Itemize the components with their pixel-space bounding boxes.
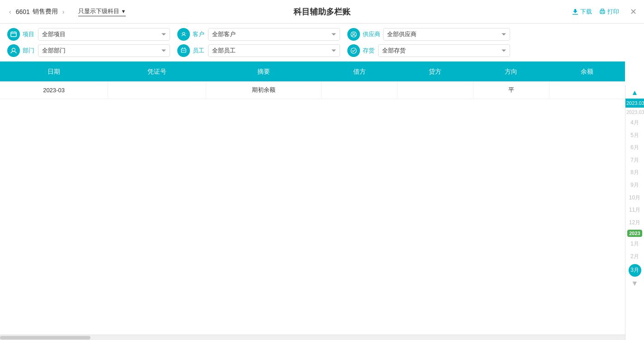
sidebar-up-arrow[interactable]: ▲ [630, 87, 640, 99]
sidebar-item-2023-03-selected[interactable]: 2023.03 [625, 99, 644, 108]
customer-icon [177, 28, 190, 41]
inventory-label: 存货 [363, 47, 375, 55]
sidebar-item-2023-03[interactable]: 2023.03 [625, 108, 644, 117]
supplier-icon [347, 28, 360, 41]
sidebar-down-arrow[interactable]: ▼ [630, 278, 640, 289]
col-balance: 余额 [549, 62, 625, 81]
filter-supplier: 供应商 全部供应商 [347, 28, 510, 41]
sidebar-item-month-2[interactable]: 2月 [625, 250, 644, 263]
table-row: 2023-03 期初余额 平 [0, 81, 625, 99]
supplier-select[interactable]: 全部供应商 [383, 28, 510, 41]
filter-row-1: 项目 全部项目 客户 全部客户 供应商 全部供 [7, 28, 637, 41]
svg-point-11 [12, 48, 15, 52]
filter-project: 项目 全部项目 [7, 28, 170, 41]
svg-point-8 [183, 33, 185, 35]
svg-rect-0 [573, 14, 578, 15]
sidebar-item-month-1[interactable]: 1月 [625, 238, 644, 250]
sidebar-item-month-9[interactable]: 9月 [625, 179, 644, 192]
sidebar-item-month-3-active[interactable]: 3月 [629, 264, 641, 277]
filter-employee: 员工 全部员工 [177, 44, 340, 57]
cell-voucher [108, 81, 206, 99]
inventory-select[interactable]: 全部存货 [378, 44, 510, 57]
print-label: 打印 [607, 8, 619, 16]
cell-credit [397, 81, 473, 99]
h-scrollbar[interactable] [0, 335, 625, 340]
customer-label: 客户 [193, 30, 205, 38]
cell-date: 2023-03 [0, 81, 108, 99]
top-bar: ‹ 6601 销售费用 › 只显示下级科目 ▼ 科目辅助多栏账 下载 [0, 0, 644, 24]
svg-rect-4 [11, 32, 16, 37]
download-button[interactable]: 下载 [572, 8, 592, 16]
top-actions: 下载 打印 ✕ [572, 7, 637, 17]
cell-debit [322, 81, 398, 99]
account-code: 6601 [16, 8, 30, 15]
svg-rect-3 [601, 12, 604, 14]
sidebar-item-month-10[interactable]: 10月 [625, 192, 644, 204]
right-sidebar: ▲ 2023.03 2023.03 4月 5月 6月 7月 8月 9月 10月 … [625, 85, 644, 340]
table-header-row: 日期 凭证号 摘要 借方 贷方 方向 余额 [0, 62, 625, 81]
employee-label: 员工 [193, 47, 205, 55]
col-debit: 借方 [322, 62, 398, 81]
sidebar-item-month-7[interactable]: 7月 [625, 154, 644, 167]
account-nav: ‹ 6601 销售费用 › [7, 7, 66, 16]
col-summary: 摘要 [206, 62, 321, 81]
data-table: 日期 凭证号 摘要 借方 贷方 方向 余额 2023-03 期初余额 [0, 62, 625, 99]
next-account-arrow[interactable]: › [61, 7, 66, 16]
filter-area: 项目 全部项目 客户 全部客户 供应商 全部供 [0, 24, 644, 61]
main-window: ‹ 6601 销售费用 › 只显示下级科目 ▼ 科目辅助多栏账 下载 [0, 0, 644, 340]
download-icon [572, 9, 578, 15]
sidebar-item-month-5[interactable]: 5月 [625, 129, 644, 142]
customer-select[interactable]: 全部客户 [208, 28, 340, 41]
col-voucher: 凭证号 [108, 62, 206, 81]
col-credit: 贷方 [397, 62, 473, 81]
supplier-label: 供应商 [363, 30, 380, 38]
sidebar-item-month-6[interactable]: 6月 [625, 142, 644, 154]
print-icon [599, 9, 606, 15]
department-label: 部门 [23, 47, 35, 55]
col-direction: 方向 [473, 62, 549, 81]
sidebar-item-month-4[interactable]: 4月 [625, 117, 644, 129]
department-icon [7, 44, 20, 57]
download-label: 下载 [580, 8, 592, 16]
cell-summary: 期初余额 [206, 81, 321, 99]
filter-department: 部门 全部部门 [7, 44, 170, 57]
sidebar-item-month-12[interactable]: 12月 [625, 217, 644, 229]
prev-account-arrow[interactable]: ‹ [7, 7, 13, 16]
svg-point-10 [353, 33, 355, 35]
show-sub-label: 只显示下级科目 [78, 7, 119, 15]
employee-icon [177, 44, 190, 57]
sidebar-item-month-8[interactable]: 8月 [625, 166, 644, 179]
h-scrollbar-thumb[interactable] [0, 336, 90, 340]
close-button[interactable]: ✕ [630, 7, 637, 17]
print-button[interactable]: 打印 [599, 8, 619, 16]
account-name: 销售费用 [33, 8, 58, 16]
cell-direction: 平 [473, 81, 549, 99]
content-area: 日期 凭证号 摘要 借方 贷方 方向 余额 2023-03 期初余额 [0, 61, 644, 340]
show-sub-toggle[interactable]: 只显示下级科目 ▼ [78, 7, 126, 16]
employee-select[interactable]: 全部员工 [208, 44, 340, 57]
table-area: 日期 凭证号 摘要 借方 贷方 方向 余额 2023-03 期初余额 [0, 61, 625, 335]
department-select[interactable]: 全部部门 [38, 44, 170, 57]
sidebar-item-month-11[interactable]: 11月 [625, 204, 644, 217]
filter-row-2: 部门 全部部门 员工 全部员工 存货 全部存货 [7, 44, 637, 57]
show-sub-arrow-icon: ▼ [121, 9, 126, 14]
filter-customer: 客户 全部客户 [177, 28, 340, 41]
project-icon [7, 28, 20, 41]
inventory-icon [347, 44, 360, 57]
filter-inventory: 存货 全部存货 [347, 44, 510, 57]
col-date: 日期 [0, 62, 108, 81]
project-select[interactable]: 全部项目 [38, 28, 170, 41]
sidebar-year-2023: 2023 [627, 230, 642, 237]
cell-balance [549, 81, 625, 99]
page-title: 科目辅助多栏账 [294, 6, 350, 17]
project-label: 项目 [23, 30, 35, 38]
